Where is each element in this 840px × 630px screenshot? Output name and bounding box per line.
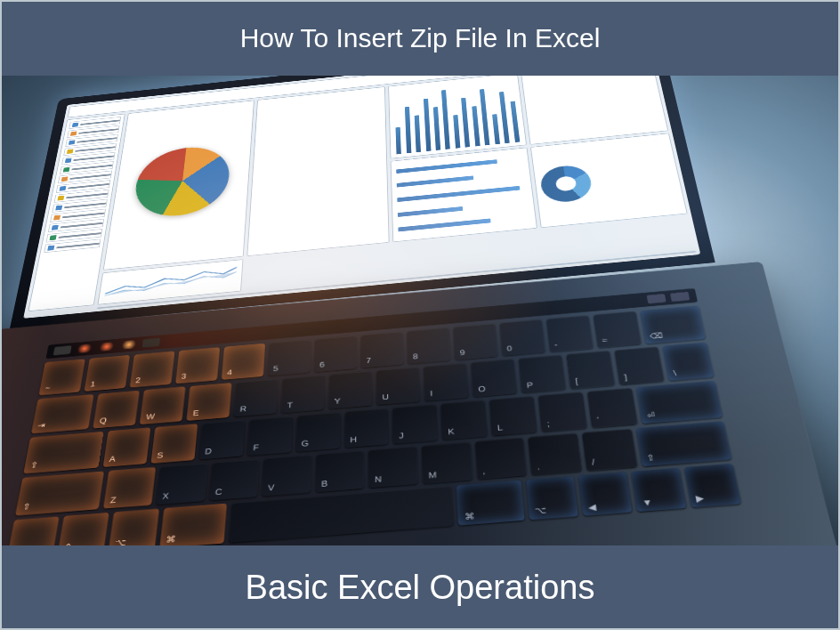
header-banner: How To Insert Zip File In Excel bbox=[0, 0, 840, 76]
bar-chart-panel bbox=[388, 76, 527, 159]
laptop-illustration: ~123 4567 890- =⌫ ⇥QWE RTYU IOP[ ]\ ⇪ASD… bbox=[0, 95, 840, 545]
donut-chart-panel bbox=[530, 133, 688, 229]
data-table-panel-2 bbox=[246, 86, 389, 256]
keyboard: ~123 4567 890- =⌫ ⇥QWE RTYU IOP[ ]\ ⇪ASD… bbox=[6, 288, 740, 545]
page-title: How To Insert Zip File In Excel bbox=[240, 23, 601, 53]
hbar-chart-panel bbox=[391, 148, 537, 243]
pie-chart-panel bbox=[103, 101, 254, 271]
hero-image: ~123 4567 890- =⌫ ⇥QWE RTYU IOP[ ]\ ⇪ASD… bbox=[0, 76, 840, 545]
footer-banner: Basic Excel Operations bbox=[0, 545, 840, 630]
footer-caption: Basic Excel Operations bbox=[246, 569, 595, 607]
